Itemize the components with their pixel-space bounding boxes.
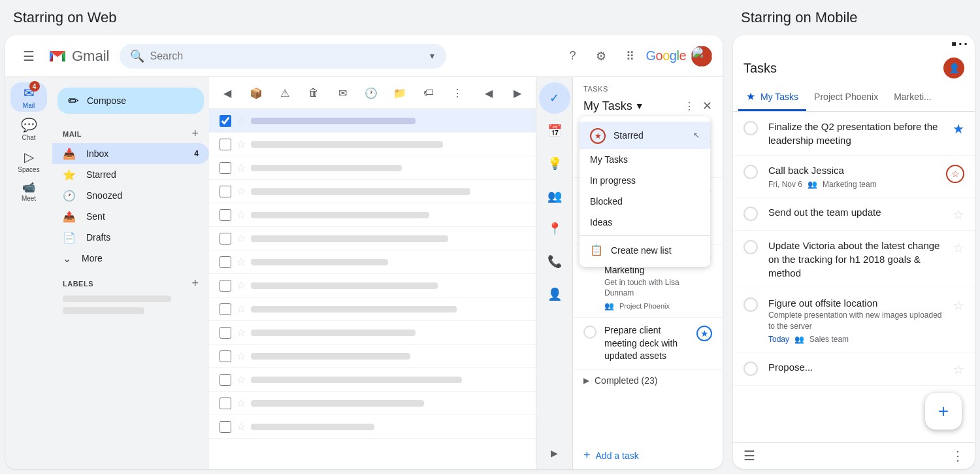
mobile-task-star[interactable]: ☆ bbox=[953, 207, 964, 222]
help-button[interactable]: ? bbox=[559, 43, 585, 69]
email-row[interactable]: ☆ bbox=[209, 133, 536, 156]
quick-action-contacts[interactable]: 👥 bbox=[539, 180, 570, 212]
quick-action-people[interactable]: 👤 bbox=[539, 279, 570, 310]
dropdown-item-blocked[interactable]: Blocked bbox=[580, 191, 710, 212]
mobile-task-item-victoria[interactable]: Update Victoria about the latest change … bbox=[733, 231, 975, 288]
mobile-task-item-finalize[interactable]: Finalize the Q2 presentation before the … bbox=[733, 112, 975, 156]
settings-button[interactable]: ⚙ bbox=[588, 43, 614, 69]
email-row[interactable]: ☆ bbox=[209, 392, 536, 415]
quick-action-maps[interactable]: 📍 bbox=[539, 213, 570, 245]
mobile-task-star[interactable]: ☆ bbox=[953, 240, 964, 256]
email-checkbox[interactable] bbox=[220, 421, 231, 433]
email-star[interactable]: ☆ bbox=[237, 114, 246, 127]
mobile-task-circle[interactable] bbox=[743, 297, 758, 312]
mobile-task-star[interactable]: ☆ bbox=[953, 297, 964, 313]
nav-item-starred[interactable]: ⭐ Starred bbox=[52, 164, 209, 185]
email-checkbox[interactable] bbox=[220, 233, 231, 245]
email-checkbox[interactable] bbox=[220, 350, 231, 362]
dropdown-item-ideas[interactable]: Ideas bbox=[580, 212, 710, 233]
next-button[interactable]: ▶ bbox=[504, 80, 531, 106]
add-mail-btn[interactable]: + bbox=[191, 127, 199, 141]
email-checkbox[interactable] bbox=[220, 139, 231, 150]
email-star[interactable]: ☆ bbox=[237, 232, 246, 245]
tasks-close-button[interactable]: ✕ bbox=[702, 99, 712, 113]
user-avatar[interactable] bbox=[691, 46, 712, 67]
email-star[interactable]: ☆ bbox=[237, 138, 246, 150]
add-label-btn[interactable]: + bbox=[191, 277, 199, 290]
sidebar-item-chat[interactable]: 💬 Chat bbox=[10, 114, 47, 144]
email-star[interactable]: ☆ bbox=[237, 420, 246, 433]
sidebar-item-meet[interactable]: 📹 Meet bbox=[10, 178, 47, 205]
nav-item-drafts[interactable]: 📄 Drafts bbox=[52, 227, 209, 248]
quick-action-expand[interactable]: ▶ bbox=[539, 437, 570, 469]
email-star[interactable]: ☆ bbox=[237, 350, 246, 362]
email-checkbox[interactable] bbox=[220, 256, 231, 268]
mobile-tab-marketing[interactable]: Marketi... bbox=[886, 85, 939, 110]
email-star[interactable]: ☆ bbox=[237, 256, 246, 268]
mobile-task-circle[interactable] bbox=[743, 207, 758, 221]
back-button[interactable]: ◀ bbox=[214, 80, 240, 106]
quick-action-calendar[interactable]: 📅 bbox=[539, 115, 570, 146]
email-row[interactable]: ☆ bbox=[209, 415, 536, 439]
move-button[interactable]: 📁 bbox=[387, 80, 413, 106]
quick-action-tasks[interactable]: ✓ bbox=[539, 82, 570, 114]
report-button[interactable]: ⚠ bbox=[272, 80, 298, 106]
email-checkbox[interactable] bbox=[220, 327, 231, 339]
delete-button[interactable]: 🗑 bbox=[301, 80, 327, 106]
mobile-task-star-finalize[interactable]: ★ bbox=[953, 121, 964, 137]
email-checkbox[interactable] bbox=[220, 162, 231, 174]
quick-action-keep[interactable]: 💡 bbox=[539, 148, 570, 179]
dropdown-item-mytasks[interactable]: My Tasks bbox=[580, 149, 710, 170]
email-row[interactable]: ☆ bbox=[209, 345, 536, 368]
email-row[interactable]: ☆ bbox=[209, 368, 536, 392]
email-star[interactable]: ☆ bbox=[237, 209, 246, 221]
snooze-button[interactable]: 🕐 bbox=[358, 80, 384, 106]
sidebar-item-mail[interactable]: ✉ 4 Mail bbox=[10, 82, 47, 112]
email-row[interactable]: ☆ bbox=[209, 297, 536, 321]
email-checkbox[interactable] bbox=[220, 186, 231, 197]
mobile-task-item-propose[interactable]: Propose... ☆ bbox=[733, 352, 975, 386]
apps-button[interactable]: ⠿ bbox=[617, 43, 643, 69]
mobile-task-circle[interactable] bbox=[743, 165, 758, 179]
mobile-task-item-team-update[interactable]: Send out the team update ☆ bbox=[733, 197, 975, 231]
nav-item-sent[interactable]: 📤 Sent bbox=[52, 206, 209, 227]
email-row[interactable]: ☆ bbox=[209, 180, 536, 203]
email-checkbox[interactable] bbox=[220, 209, 231, 221]
search-dropdown-icon[interactable]: ▼ bbox=[429, 52, 436, 61]
more-button[interactable]: ⋮ bbox=[444, 80, 470, 106]
email-row[interactable]: ☆ bbox=[209, 321, 536, 345]
email-row[interactable]: ☆ bbox=[209, 227, 536, 250]
mark-unread-button[interactable]: ✉ bbox=[329, 80, 355, 106]
mobile-task-circle[interactable] bbox=[743, 362, 758, 376]
tasks-more-button[interactable]: ⋮ bbox=[679, 95, 700, 116]
email-star[interactable]: ☆ bbox=[237, 326, 246, 339]
archive-button[interactable]: 📦 bbox=[243, 80, 269, 106]
email-checkbox[interactable] bbox=[220, 374, 231, 386]
mobile-task-item-jessica[interactable]: Call back Jessica Fri, Nov 6 👥 Marketing… bbox=[733, 156, 975, 197]
mobile-bottom-menu-icon[interactable]: ☰ bbox=[743, 448, 755, 464]
mobile-task-star-ring[interactable]: ☆ bbox=[946, 165, 964, 183]
tasks-title-dropdown[interactable]: My Tasks ▼ bbox=[583, 99, 644, 113]
label-button[interactable]: 🏷 bbox=[416, 80, 442, 106]
mobile-bottom-more-icon[interactable]: ⋮ bbox=[951, 448, 964, 464]
mobile-fab-button[interactable]: + bbox=[925, 393, 962, 430]
email-checkbox[interactable] bbox=[220, 280, 231, 292]
email-checkbox[interactable] bbox=[220, 115, 231, 127]
dropdown-item-starred[interactable]: ★ Starred ↖ bbox=[580, 122, 710, 149]
email-row[interactable]: ☆ bbox=[209, 274, 536, 297]
email-star[interactable]: ☆ bbox=[237, 397, 246, 409]
email-row[interactable]: ☆ bbox=[209, 109, 536, 133]
sidebar-item-spaces[interactable]: ▷ Spaces bbox=[10, 146, 47, 176]
menu-button[interactable]: ☰ bbox=[16, 43, 42, 69]
email-checkbox[interactable] bbox=[220, 303, 231, 315]
email-checkbox[interactable] bbox=[220, 398, 231, 409]
email-star[interactable]: ☆ bbox=[237, 161, 246, 174]
search-bar[interactable]: 🔍 ▼ bbox=[120, 44, 446, 69]
email-star[interactable]: ☆ bbox=[237, 279, 246, 292]
task-circle[interactable] bbox=[583, 326, 596, 339]
mobile-task-circle[interactable] bbox=[743, 240, 758, 254]
tasks-add-button[interactable]: + Add a task bbox=[573, 442, 723, 469]
email-row[interactable]: ☆ bbox=[209, 250, 536, 274]
mobile-task-circle[interactable] bbox=[743, 121, 758, 135]
dropdown-item-create-list[interactable]: 📋 Create new list bbox=[580, 239, 710, 262]
